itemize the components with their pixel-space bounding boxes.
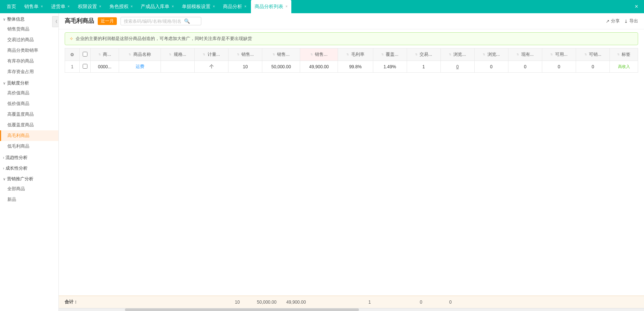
search-box: 🔍 [120, 17, 201, 25]
row-sellable: 0 [576, 61, 610, 73]
chevron-right-icon: › [3, 166, 4, 170]
nav-item-permission[interactable]: 权限设置 × [74, 0, 105, 13]
row-unit: 个 [195, 61, 229, 73]
share-icon: ↗ [606, 19, 609, 24]
close-icon[interactable]: × [131, 5, 133, 8]
main-layout: 《 ∨ 整体信息 销售货商品 交易过的商品 商品分类助销率 有库存的商品 库存资… [0, 13, 644, 311]
col-sales-qty[interactable]: ⇅ 销售... [229, 48, 262, 61]
sidebar-group-contribution[interactable]: ∨ 贡献度分析 [0, 77, 58, 88]
header-actions: ↗ 分享 ⤓ 导出 [606, 18, 638, 24]
time-filter-button[interactable]: 近一月 [98, 17, 117, 25]
close-icon[interactable]: × [99, 5, 101, 8]
footer-sales-amount: 50,000.00 [252, 300, 281, 305]
sidebar-item-in-stock[interactable]: 有库存的商品 [0, 56, 58, 66]
col-tag[interactable]: ⇅ 标签 [610, 48, 638, 61]
nav-item-analysis-list[interactable]: 商品分析列表 × [251, 0, 291, 13]
sidebar-group-growth[interactable]: › 成长性分析 [0, 162, 58, 173]
info-banner: ✧ 企业的主要的利润都是这部分商品创造的，可考虑加大推广，同时关注库存是不要出现… [65, 32, 638, 45]
sidebar-group-overall[interactable]: ∨ 整体信息 [0, 13, 58, 24]
col-views1[interactable]: ⇅ 浏览... [440, 48, 474, 61]
row-available: 0 [542, 61, 576, 73]
col-transaction[interactable]: ⇅ 交易... [407, 48, 440, 61]
col-sort-icon: ⇅ [129, 53, 131, 56]
col-sort-icon: ⇅ [517, 53, 519, 56]
col-settings[interactable]: ⚙ [65, 48, 80, 61]
col-unit[interactable]: ⇅ 计量... [195, 48, 229, 61]
sidebar-item-high-coverage[interactable]: 高覆盖度商品 [0, 109, 58, 120]
sidebar-item-category-rate[interactable]: 商品分类助销率 [0, 45, 58, 56]
close-icon[interactable]: × [172, 5, 174, 8]
window-close-button[interactable]: × [632, 3, 641, 10]
sidebar-item-traded-goods[interactable]: 交易过的商品 [0, 35, 58, 45]
search-icon[interactable]: 🔍 [184, 18, 190, 24]
nav-item-product-stock[interactable]: 产成品入库单 × [137, 0, 177, 13]
nav-item-analysis[interactable]: 商品分析 × [219, 0, 250, 13]
nav-item-purchase[interactable]: 进货单 × [47, 0, 73, 13]
close-icon[interactable]: × [41, 5, 43, 8]
col-sort-icon: ⇅ [550, 53, 553, 56]
col-sales-cost[interactable]: ⇅ 销售... [300, 48, 338, 61]
row-spec [161, 61, 194, 73]
chevron-down-icon: ∨ [3, 81, 6, 85]
horizontal-scrollbar[interactable] [59, 308, 644, 311]
col-current-stock[interactable]: ⇅ 现有... [508, 48, 542, 61]
sidebar-item-high-value[interactable]: 高价值商品 [0, 88, 58, 98]
sidebar-item-high-margin[interactable]: 高毛利商品 [0, 130, 58, 141]
chevron-down-icon: ∨ [3, 177, 6, 181]
share-button[interactable]: ↗ 分享 [606, 18, 620, 24]
sidebar-item-low-margin[interactable]: 低毛利商品 [0, 141, 58, 152]
sidebar-item-all-goods[interactable]: 全部商品 [0, 184, 58, 194]
row-sales-qty: 10 [229, 61, 262, 73]
row-name[interactable]: 运费 [119, 61, 161, 73]
scrollbar-thumb[interactable] [125, 308, 359, 311]
col-sort-icon: ⇅ [584, 53, 587, 56]
select-all-checkbox[interactable] [83, 52, 87, 57]
table-container: ⚙ ⇅ 商... ⇅ 商品名称 ⇅ [59, 48, 644, 296]
row-sales-amount: 50,000.00 [262, 61, 300, 73]
nav-item-sales[interactable]: 销售单 × [21, 0, 47, 13]
search-input[interactable] [124, 19, 183, 24]
footer-transaction: 1 [355, 300, 384, 305]
sidebar: 《 ∨ 整体信息 销售货商品 交易过的商品 商品分类助销率 有库存的商品 库存资… [0, 13, 59, 311]
content-area: 高毛利商品 近一月 🔍 ↗ 分享 ⤓ 导出 ✧ 企业的主要的利润都是这部分商品创… [59, 13, 644, 311]
sidebar-item-low-value[interactable]: 低价值商品 [0, 98, 58, 109]
sidebar-group-flow[interactable]: › 流趋性分析 [0, 152, 58, 162]
content-header: 高毛利商品 近一月 🔍 ↗ 分享 ⤓ 导出 [59, 13, 644, 29]
col-sort-icon: ⇅ [273, 53, 275, 56]
close-icon[interactable]: × [68, 5, 70, 8]
sidebar-item-sales-goods[interactable]: 销售货商品 [0, 24, 58, 35]
sidebar-item-new-goods[interactable]: 新品 [0, 194, 58, 205]
col-sort-icon: ⇅ [169, 53, 172, 56]
col-available[interactable]: ⇅ 可用... [542, 48, 576, 61]
row-views1[interactable]: 0 [440, 61, 474, 73]
footer-bar: 合计： 10 50,000.00 49,900.00 [59, 296, 644, 308]
footer-views2: 0 [406, 300, 436, 305]
col-sales-amount[interactable]: ⇅ 销售... [262, 48, 300, 61]
export-icon: ⤓ [624, 19, 628, 24]
nav-item-home[interactable]: 首页 [3, 0, 20, 13]
sidebar-item-stock-capital[interactable]: 库存资金占用 [0, 66, 58, 77]
col-sort-icon: ⇅ [415, 53, 418, 56]
col-sort-icon: ⇅ [381, 53, 384, 56]
row-checkbox[interactable] [83, 64, 87, 69]
col-spec[interactable]: ⇅ 规格... [161, 48, 194, 61]
close-icon[interactable]: × [244, 5, 247, 8]
nav-item-role[interactable]: 角色授权 × [106, 0, 137, 13]
col-sellable[interactable]: ⇅ 可销... [576, 48, 610, 61]
nav-item-template[interactable]: 单据模板设置 × [178, 0, 219, 13]
info-icon: ✧ [69, 36, 73, 41]
col-name[interactable]: ⇅ 商品名称 [119, 48, 161, 61]
export-button[interactable]: ⤓ 导出 [624, 18, 638, 24]
footer-sales-qty: 10 [223, 300, 252, 305]
close-icon[interactable]: × [285, 5, 288, 8]
sidebar-group-marketing[interactable]: ∨ 营销推广分析 [0, 173, 58, 184]
chevron-right-icon: › [3, 156, 4, 160]
col-views2[interactable]: ⇅ 浏览... [474, 48, 508, 61]
sidebar-item-low-coverage[interactable]: 低覆盖度商品 [0, 120, 58, 130]
sidebar-collapse-button[interactable]: 《 [52, 16, 59, 27]
page-title: 高毛利商品 [65, 17, 94, 25]
col-gross-margin[interactable]: ⇅ 毛利率 [338, 48, 373, 61]
col-code[interactable]: ⇅ 商... [91, 48, 119, 61]
close-icon[interactable]: × [213, 5, 215, 8]
col-coverage[interactable]: ⇅ 覆盖... [373, 48, 407, 61]
